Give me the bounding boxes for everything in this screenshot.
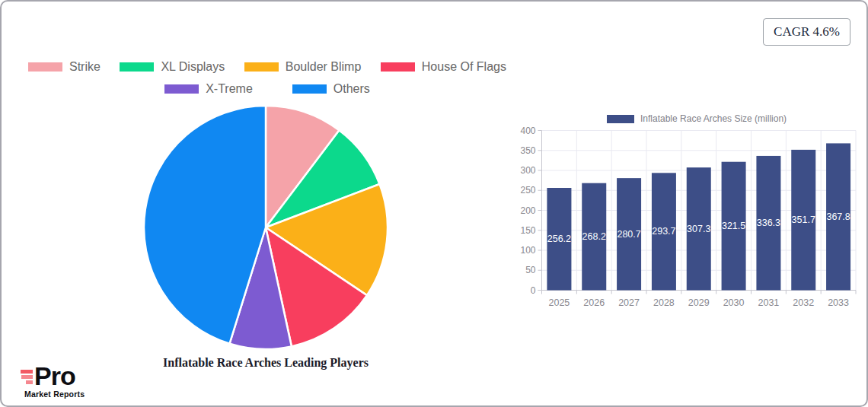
logo-bar-3 [26,380,33,384]
x-axis-tick-label: 2033 [828,297,849,308]
logo-bar-1 [21,370,33,374]
legend-swatch-strike [28,62,62,72]
y-axis-tick-label: 400 [520,126,535,136]
brand-logo-mark: Pro [21,364,85,387]
legend-label: Boulder Blimp [286,60,362,74]
legend-item-boulder-blimp[interactable]: Boulder Blimp [244,60,362,74]
x-axis-tick-label: 2030 [723,297,745,308]
pie-legend-row-2: X-TremeOthers [28,82,506,96]
report-frame: CAGR 4.6% StrikeXL DisplaysBoulder Blimp… [0,0,868,407]
pie-chart-title: Inflatable Race Arches Leading Players [131,356,400,370]
bar-value-label: 321.5 [722,221,745,231]
y-axis-tick-label: 300 [520,165,535,176]
legend-label: XL Displays [161,60,225,74]
logo-bar-2 [21,375,33,379]
x-axis-tick-label: 2032 [793,297,814,308]
legend-swatch-boulder-blimp [244,62,279,72]
cagr-badge: CAGR 4.6% [763,18,850,46]
bar-value-label: 307.3 [687,224,710,234]
brand-logo-subtitle: Market Reports [24,390,85,399]
bar-value-label: 256.2 [547,234,571,244]
legend-label: Others [333,82,370,96]
pie-legend-row-1: StrikeXL DisplaysBoulder BlimpHouse Of F… [28,60,506,74]
legend-item-house-of-flags[interactable]: House Of Flags [381,60,506,74]
x-axis-tick-label: 2025 [549,297,570,308]
legend-item-others[interactable]: Others [292,82,370,96]
legend-item-strike[interactable]: Strike [28,60,101,74]
y-axis-tick-label: 250 [520,185,535,196]
y-axis-tick-label: 100 [520,245,535,256]
x-axis-tick-label: 2027 [618,297,640,308]
bar-value-label: 367.8 [826,211,850,222]
legend-label: X-Treme [206,82,253,96]
logo-speed-bars-icon [21,370,33,384]
legend-label: House Of Flags [422,60,506,74]
bar-chart[interactable]: 050100150200250300350400256.22025268.220… [519,110,868,310]
x-axis-tick-label: 2031 [758,297,780,308]
legend-item-xl-displays[interactable]: XL Displays [120,60,225,74]
legend-label: Strike [69,60,101,74]
pie-chart-svg[interactable] [139,100,393,355]
x-axis-tick-label: 2028 [653,297,675,308]
bar-value-label: 280.7 [617,229,640,240]
brand-logo: Pro Market Reports [21,364,85,399]
y-axis-tick-label: 150 [520,225,535,236]
y-axis-tick-label: 350 [520,145,535,156]
legend-swatch-xl-displays [120,62,154,72]
y-axis-tick-label: 200 [520,205,535,216]
bar-value-label: 351.7 [792,215,815,225]
x-axis-tick-label: 2026 [583,297,605,308]
legend-swatch-house-of-flags [381,62,415,72]
bar-value-label: 268.2 [582,231,606,242]
legend-swatch-x-treme [164,84,199,94]
bar-value-label: 336.3 [757,218,780,228]
bar-value-label: 293.7 [652,226,675,237]
bar-chart-svg[interactable]: 050100150200250300350400256.22025268.220… [519,110,868,310]
legend-swatch-others [292,84,327,94]
pie-chart[interactable] [139,100,393,355]
legend-item-x-treme[interactable]: X-Treme [164,82,253,96]
y-axis-tick-label: 0 [531,285,536,296]
y-axis-tick-label: 50 [525,265,536,275]
cagr-badge-label: CAGR 4.6% [774,24,840,39]
x-axis-tick-label: 2029 [688,297,710,308]
pie-legend: StrikeXL DisplaysBoulder BlimpHouse Of F… [28,60,506,96]
brand-logo-title: Pro [34,364,75,387]
